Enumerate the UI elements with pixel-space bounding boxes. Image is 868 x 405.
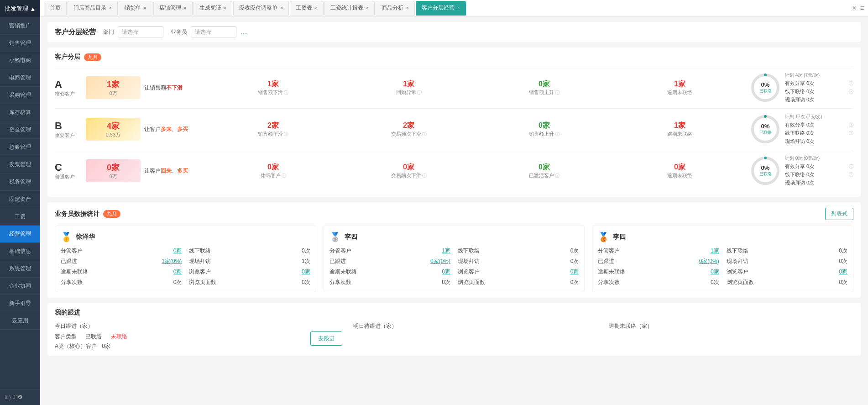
tier-a-stat-num-3: 1家 (674, 79, 685, 89)
info-icon: ⓘ (849, 122, 853, 128)
sp-stat-val[interactable]: 1家 (442, 247, 450, 255)
sp-stat-val[interactable]: 0家 (711, 268, 719, 276)
tab-close-icon[interactable]: × (366, 5, 369, 11)
sidebar-item-system[interactable]: 系统管理 (0, 260, 40, 278)
tab-customer-tier[interactable]: 客户分层经营 × (416, 1, 466, 16)
sidebar-item-assets[interactable]: 固定资产 (0, 191, 40, 208)
tab-label: 应收应付调整单 (239, 4, 277, 12)
sp-stat-label: 逾期未联络 (329, 268, 357, 276)
sidebar-item-ecom[interactable]: 电商管理 (0, 69, 40, 87)
sidebar-item-ecom-small[interactable]: 小畅电商 (0, 52, 40, 69)
tab-label: 商品分析 (382, 4, 403, 12)
not-contact-label: 未联络 (111, 333, 127, 340)
dept-select[interactable]: 请选择 (118, 26, 163, 37)
sidebar-item-cloud[interactable]: 云应用 (0, 312, 40, 330)
sp-stats-0: 分管客户 0家 线下联络 0次 已跟进 1家(0%) 现场拜访 (61, 247, 310, 286)
tab-product-analysis[interactable]: 商品分析 × (376, 1, 415, 16)
tier-c-count-box[interactable]: 0家 0万 (86, 159, 141, 182)
more-tabs-icon[interactable]: ≡ (860, 4, 864, 12)
tier-b-label: B 重要客户 (55, 120, 82, 139)
sidebar-item-guide[interactable]: 新手引导 (0, 295, 40, 312)
sidebar-item-label: 税务管理 (9, 179, 31, 185)
tier-c-action: 让客户回来、多买 (144, 167, 204, 175)
tab-label: 销货单 (125, 4, 141, 12)
salesperson-card-0: 🥇 徐泽华 分管客户 0家 线下联络 0次 已跟进 (55, 226, 316, 292)
sidebar-item-salary[interactable]: 工资 (0, 208, 40, 226)
tab-store-manage[interactable]: 店铺管理 × (153, 1, 193, 16)
sp-name-1: 李四 (345, 233, 357, 241)
sidebar-item-ledger[interactable]: 总账管理 (0, 139, 40, 156)
tab-close-icon[interactable]: × (457, 5, 460, 11)
tier-c-gauge: 0% 已联络 (749, 155, 781, 187)
sp-stat-val[interactable]: 0家 (302, 268, 310, 276)
sp-stat-val[interactable]: 0家 (173, 268, 182, 276)
sidebar-item-collab[interactable]: 企业协同 (0, 278, 40, 295)
overdue-label: 逾期未联络（家） (609, 322, 853, 330)
sp-stat-val[interactable]: 0家 (839, 268, 847, 276)
sp-stat-val[interactable]: 0家(0%) (430, 258, 450, 265)
sp-stat-val[interactable]: 0家(0%) (699, 258, 719, 265)
sidebar-item-management[interactable]: 经营管理 (0, 226, 40, 243)
tier-b-stat-3: 1家 逾期未联络 (614, 121, 746, 137)
sp-stat-val[interactable]: 1家 (711, 247, 719, 255)
tier-c-action-hl1: 回来 (161, 168, 172, 174)
tier-a-stat-num-1: 1家 (403, 79, 414, 89)
sidebar-item-tax[interactable]: 税务管理 (0, 174, 40, 191)
sp-stat-val[interactable]: 1家(0%) (162, 258, 182, 265)
tier-c-action-hl2: 多买 (177, 168, 188, 174)
tab-close-icon[interactable]: × (109, 5, 112, 11)
tab-payroll[interactable]: 工资表 × (290, 1, 324, 16)
sp-stat-row: 现场拜访 0次 (727, 258, 847, 265)
sidebar-item-invoice[interactable]: 发票管理 (0, 156, 40, 174)
sidebar-item-sales[interactable]: 销售管理 (0, 35, 40, 52)
tier-a-letter: A (55, 79, 82, 90)
content-area: 客户分层经营 部门 请选择 业务员 请选择 … 客户分层 九月 (40, 16, 868, 405)
sidebar-item-label: 基础信息 (9, 248, 31, 254)
filter-more-icon[interactable]: … (240, 28, 247, 36)
tier-a-action-highlight: 不下滑 (166, 84, 183, 91)
tab-close-icon[interactable]: × (280, 5, 283, 11)
sp-stat-val[interactable]: 0家 (173, 247, 182, 255)
sidebar-item-marketing[interactable]: 营销推广 (0, 17, 40, 35)
tier-c-stat-num-0: 0家 (267, 163, 279, 172)
close-all-tabs-icon[interactable]: × (852, 4, 856, 12)
tab-label: 首页 (50, 4, 61, 12)
sp-header-1: 🥈 李四 (329, 231, 579, 242)
tier-c-stat-num-2: 0家 (539, 163, 550, 172)
go-followup-button[interactable]: 去跟进 (310, 331, 342, 346)
tier-a-count-box[interactable]: 1家 0万 (86, 76, 141, 99)
sidebar-expand-icon: ▲ (30, 5, 36, 12)
tier-c-gauge-sub: 计划 0次 (0天/次) (785, 155, 853, 162)
tab-home[interactable]: 首页 (44, 1, 67, 16)
sp-stat-val[interactable]: 0家 (442, 268, 450, 276)
tab-store-products[interactable]: 门店商品目录 × (68, 1, 118, 16)
go-btn-wrapper: 去跟进 (310, 322, 342, 346)
tier-row-b: B 重要客户 4家 0.53万 让客户多来、多买 2家 销售额下滑 (55, 108, 853, 150)
tab-close-icon[interactable]: × (184, 5, 187, 11)
sidebar-item-purchase[interactable]: 采购管理 (0, 87, 40, 104)
tier-a-gauge-sub: 计划 4次 (7天/次) (785, 72, 853, 79)
tier-b-name: 重要客户 (55, 132, 82, 139)
sidebar-item-inventory[interactable]: 库存核算 (0, 104, 40, 121)
tab-sales-order[interactable]: 销货单 × (119, 1, 152, 16)
sidebar-top[interactable]: 批发管理 ▲ (0, 0, 40, 17)
sp-stat-val[interactable]: 0家 (570, 268, 579, 276)
tab-ap-ar[interactable]: 应收应付调整单 × (233, 1, 289, 16)
tab-close-icon[interactable]: × (144, 5, 146, 11)
sidebar-item-basic[interactable]: 基础信息 (0, 243, 40, 260)
list-view-button[interactable]: 列表式 (825, 208, 853, 220)
tab-close-icon[interactable]: × (406, 5, 409, 11)
salesperson-select[interactable]: 请选择 (191, 26, 236, 37)
tier-b-count-box[interactable]: 4家 0.53万 (86, 118, 141, 141)
tier-b-letter: B (55, 120, 82, 132)
tab-close-icon[interactable]: × (315, 5, 318, 11)
tier-b-stat-1: 2家 交易频次下滑 ⓘ (343, 121, 475, 137)
followup-grid: 今日跟进（家） 客户类型 已联络 未联络 A类（核心）客户 0家 去跟进 明日待 (55, 322, 853, 350)
tab-payroll-report[interactable]: 工资统计报表 × (324, 1, 375, 16)
tab-voucher[interactable]: 生成凭证 × (193, 1, 233, 16)
followup-section: 我的跟进 今日跟进（家） 客户类型 已联络 未联络 A类（核心）客户 0家 去跟… (47, 303, 861, 356)
biz-section-header: 业务员数据统计 九月 列表式 (55, 208, 853, 220)
sp-stat-val: 0次 (302, 247, 310, 255)
tab-close-icon[interactable]: × (224, 5, 227, 11)
sidebar-item-finance[interactable]: 资金管理 (0, 121, 40, 139)
